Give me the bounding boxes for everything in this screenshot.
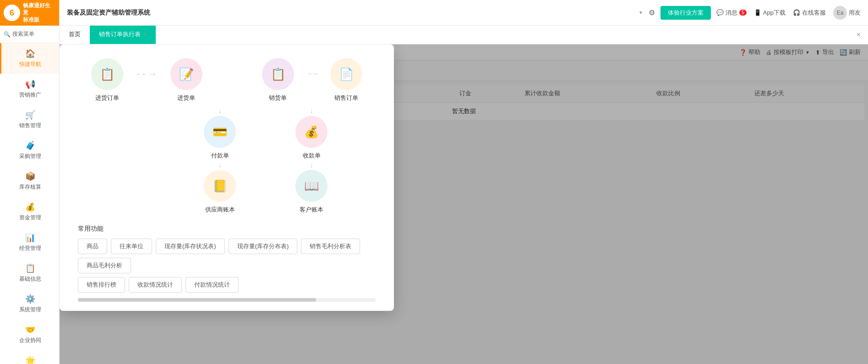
online-service-btn[interactable]: 🎧 在线客服	[793, 9, 826, 17]
common-btns-row1: 商品 往来单位 现存量(库存状况表) 现存量(库存分布表) 销售毛利分析表 商品…	[78, 239, 376, 273]
settings-icon[interactable]: ⚙	[649, 8, 655, 17]
purchase-receipt-icon: 📝	[179, 67, 194, 81]
active-tab-label: 销售订单执行表	[99, 30, 141, 38]
user-btn[interactable]: Ea 用友	[833, 6, 861, 20]
sidebar-item-quicknav[interactable]: 🏠 快捷导航	[0, 43, 59, 74]
flow-node-sales-receipt[interactable]: 📋 销货单	[251, 58, 306, 102]
sidebar-item-label-quicknav: 快捷导航	[19, 60, 41, 68]
sidebar-item-basicinfo[interactable]: 📋 基础信息	[0, 258, 59, 288]
common-btn-product[interactable]: 商品	[78, 239, 107, 254]
top-bar: 装备及固定资产辅助管理系统 ▼ ⚙ 体验行业方案 💬 消息 5 📱 App下载 …	[60, 0, 868, 26]
sidebar-item-sales[interactable]: 🛒 销售管理	[0, 104, 59, 135]
v2-spacer-3	[247, 160, 284, 170]
service-icon: 🎧	[793, 9, 800, 16]
common-btn-inventory-dist[interactable]: 现存量(库存分布表)	[229, 239, 298, 254]
sidebar-item-inventory[interactable]: 📦 库存核算	[0, 166, 59, 196]
receipt-label: 收款单	[303, 152, 321, 160]
common-btn-payment-stats[interactable]: 付款情况统计	[186, 277, 239, 293]
operations-icon: 📊	[25, 233, 35, 243]
avatar-char: Ea	[837, 10, 844, 16]
flow-node-payment[interactable]: 💳 付款单	[192, 116, 247, 160]
purchase-order-label: 进货订单	[95, 94, 119, 102]
sidebar-item-system[interactable]: ⚙️ 系统管理	[0, 288, 59, 319]
quicknav-icon: 🏠	[25, 49, 35, 59]
v-arrow-payment: ↓	[192, 106, 247, 116]
sidebar: 6 畅康通好生意 标准版 🔍 搜索菜单 🏠 快捷导航 📢 营销推广 🛒 销售管理	[0, 0, 60, 364]
sales-order-label: 销售订单	[334, 94, 358, 102]
tab-active[interactable]: 销售订单执行表 ×	[90, 26, 156, 44]
modal-overlay[interactable]: 📋 进货订单 - - → 📝 进货单	[60, 44, 868, 364]
newbie-icon: 🌟	[25, 355, 35, 364]
message-label: 消息	[726, 9, 737, 17]
sidebar-item-purchase[interactable]: 🧳 采购管理	[0, 135, 59, 166]
online-service-label: 在线客服	[802, 9, 826, 17]
home-tab-label: 首页	[69, 30, 81, 38]
flow-row-3: 📒 供应商账本 📖 客户账本	[78, 170, 376, 214]
basicinfo-icon: 📋	[25, 263, 35, 273]
finance-icon: 💰	[25, 202, 35, 212]
app-download-label: App下载	[763, 9, 786, 17]
purchase-order-icon: 📋	[100, 67, 115, 81]
v-arrow-receipt: ↓	[284, 106, 339, 116]
sidebar-item-label-enterprise: 企业协同	[19, 337, 41, 344]
flow-row-1: 📋 进货订单 - - → 📝 进货单	[78, 58, 376, 102]
search-label: 搜索菜单	[12, 30, 34, 38]
flow-node-purchase-receipt[interactable]: 📝 进货单	[159, 58, 214, 102]
supplier-ledger-circle: 📒	[204, 170, 236, 202]
payment-icon: 💳	[213, 125, 227, 139]
flow-node-sales-order[interactable]: 📄 销售订单	[319, 58, 374, 102]
sidebar-item-operations[interactable]: 📊 经营管理	[0, 227, 59, 258]
modal-box: 📋 进货订单 - - → 📝 进货单	[60, 44, 394, 311]
avatar: Ea	[833, 6, 847, 20]
sidebar-item-label-operations: 经营管理	[19, 244, 41, 252]
v-spacer-1	[115, 106, 169, 116]
v2-spacer-2	[169, 160, 192, 170]
sales-order-circle: 📄	[330, 58, 362, 90]
tab-close-btn[interactable]: ×	[143, 31, 147, 38]
purchase-order-circle: 📋	[91, 58, 123, 90]
arrow-right-1: - - →	[135, 69, 158, 92]
sidebar-item-newbie[interactable]: 🌟 新手引导	[0, 350, 59, 364]
user-label: 用友	[849, 9, 861, 17]
purchase-receipt-label: 进货单	[177, 94, 195, 102]
common-btn-receipt-stats[interactable]: 收款情况统计	[129, 277, 182, 293]
receipt-icon: 💰	[304, 125, 319, 139]
inventory-icon: 📦	[25, 171, 35, 181]
app-download-btn[interactable]: 📱 App下载	[754, 9, 786, 17]
sales-receipt-label: 销货单	[269, 94, 287, 102]
supplier-ledger-icon: 📒	[213, 179, 227, 193]
tab-home[interactable]: 首页	[60, 26, 90, 44]
sidebar-item-marketing[interactable]: 📢 营销推广	[0, 74, 59, 104]
system-title-arrow[interactable]: ▼	[639, 10, 643, 15]
search-icon: 🔍	[4, 31, 11, 38]
sidebar-search[interactable]: 🔍 搜索菜单	[0, 26, 59, 43]
common-btn-sales-rank[interactable]: 销售排行榜	[78, 277, 125, 293]
common-btn-inventory-status[interactable]: 现存量(库存状况表)	[156, 239, 225, 254]
v2-arrow-supplier: ↓	[192, 160, 247, 170]
sidebar-item-finance[interactable]: 💰 资金管理	[0, 196, 59, 227]
logo-area: 6 畅康通好生意 标准版	[0, 0, 59, 26]
sales-receipt-circle: 📋	[262, 58, 294, 90]
flow-node-purchase-order[interactable]: 📋 进货订单	[80, 58, 135, 102]
flow-node-receipt[interactable]: 💰 收款单	[284, 116, 339, 160]
main-content: 装备及固定资产辅助管理系统 ▼ ⚙ 体验行业方案 💬 消息 5 📱 App下载 …	[60, 0, 868, 364]
modal-scrollbar[interactable]	[78, 298, 376, 302]
flow-node-customer-ledger[interactable]: 📖 客户账本	[284, 170, 339, 214]
v2-spacer-1	[115, 160, 169, 170]
try-btn[interactable]: 体验行业方案	[661, 6, 711, 20]
top-bar-actions: 💬 消息 5 📱 App下载 🎧 在线客服 Ea 用友	[716, 6, 861, 20]
close-window-btn[interactable]: ×	[849, 31, 868, 39]
common-btn-product-profit[interactable]: 商品毛利分析	[78, 258, 131, 273]
common-btn-counterpart[interactable]: 往来单位	[111, 239, 152, 254]
flow-row-2: 💳 付款单 💰 收款单	[78, 116, 376, 160]
logo-text: 畅康通好生意 标准版	[23, 2, 55, 24]
sidebar-item-enterprise[interactable]: 🤝 企业协同	[0, 319, 59, 350]
common-btn-sales-profit[interactable]: 销售毛利分析表	[301, 239, 360, 254]
flow-node-supplier-ledger[interactable]: 📒 供应商账本	[192, 170, 247, 214]
marketing-icon: 📢	[25, 79, 35, 89]
receipt-circle: 💰	[295, 116, 328, 148]
message-btn[interactable]: 💬 消息 5	[716, 9, 747, 17]
sales-icon: 🛒	[25, 110, 35, 120]
flow-arrows-v: ↓ ↓	[78, 106, 376, 116]
customer-ledger-label: 客户账本	[300, 206, 323, 214]
